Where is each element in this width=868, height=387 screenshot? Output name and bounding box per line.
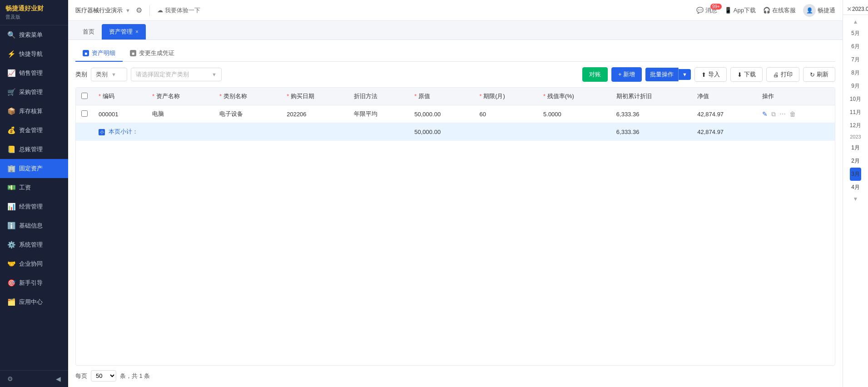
td-subtotal-period bbox=[474, 123, 538, 141]
company-selector[interactable]: 医疗器械行业演示 ▼ bbox=[75, 6, 130, 15]
month-item[interactable]: 5月 bbox=[850, 27, 861, 40]
sidebar-icon-ledger: 📒 bbox=[7, 145, 15, 154]
month-item[interactable]: 6月 bbox=[850, 40, 861, 53]
messages-btn[interactable]: 💬 消息 99+ bbox=[696, 6, 717, 15]
sidebar-label-system: 系统管理 bbox=[19, 241, 43, 249]
batch-btn-arrow[interactable]: ▼ bbox=[679, 69, 691, 80]
sidebar-item-fixed-assets[interactable]: 🏢固定资产 bbox=[0, 159, 68, 178]
sidebar-item-guide[interactable]: 🎯新手引导 bbox=[0, 273, 68, 293]
app-download-label: App下载 bbox=[734, 6, 756, 15]
new-btn[interactable]: + 新增 bbox=[611, 67, 642, 82]
reconcile-btn[interactable]: 对账 bbox=[582, 67, 608, 82]
sidebar-icon-guide: 🎯 bbox=[7, 279, 15, 287]
month-item[interactable]: 3月 bbox=[850, 168, 861, 181]
print-btn[interactable]: 🖨 打印 bbox=[766, 67, 799, 82]
experience-btn[interactable]: ☁ 我要体验一下 bbox=[157, 6, 200, 15]
sidebar-item-search[interactable]: 🔍搜索菜单 bbox=[0, 25, 68, 45]
edit-btn[interactable]: ✎ bbox=[762, 110, 768, 118]
month-item[interactable]: 8月 bbox=[850, 66, 861, 79]
experience-text: 我要体验一下 bbox=[165, 6, 200, 15]
tab-close-icon[interactable]: × bbox=[135, 29, 139, 35]
import-btn[interactable]: ⬆ 导入 bbox=[694, 67, 727, 82]
topbar: 医疗器械行业演示 ▼ ⚙ ☁ 我要体验一下 💬 消息 99+ 📱 App下载 🎧… bbox=[68, 0, 843, 21]
month-item[interactable]: 1月 bbox=[850, 141, 861, 154]
sidebar-item-inventory[interactable]: 📦库存核算 bbox=[0, 102, 68, 121]
sidebar-label-enterprise: 企业协同 bbox=[19, 260, 43, 268]
right-panel-close-icon[interactable]: ✕ bbox=[847, 5, 852, 13]
settings-gear-icon[interactable]: ⚙ bbox=[136, 6, 142, 15]
subtab-change-voucher[interactable]: ■ 变更生成凭证 bbox=[123, 45, 182, 62]
scroll-up-btn[interactable]: ▲ bbox=[843, 17, 868, 27]
sidebar-item-system[interactable]: ⚙️系统管理 bbox=[0, 235, 68, 254]
month-item[interactable]: 11月 bbox=[850, 106, 861, 119]
category-select[interactable]: 类别 ▼ bbox=[91, 68, 127, 81]
table-row: 000001 电脑 电子设备 202206 年限平均 50,000.00 60 … bbox=[76, 105, 835, 123]
scroll-down-btn[interactable]: ▼ bbox=[843, 194, 868, 204]
sidebar-item-enterprise[interactable]: 🤝企业协同 bbox=[0, 254, 68, 273]
sidebar-label-fixed-assets: 固定资产 bbox=[19, 164, 43, 173]
company-name: 医疗器械行业演示 bbox=[75, 6, 123, 15]
right-panel-header: ✕ 2023.03 ⤢ bbox=[843, 4, 868, 15]
th-checkbox bbox=[76, 88, 93, 105]
month-item[interactable]: 9月 bbox=[850, 79, 861, 93]
import-icon: ⬆ bbox=[701, 71, 706, 78]
app-logo-title: 畅捷通好业财 bbox=[5, 5, 44, 13]
sidebar-icon-basic-info: ℹ️ bbox=[7, 222, 15, 230]
more-btn[interactable]: ⋯ bbox=[779, 110, 786, 118]
tab-home[interactable]: 首页 bbox=[75, 24, 102, 40]
download-btn[interactable]: ⬇ 下载 bbox=[730, 67, 763, 82]
subtab-asset-detail[interactable]: ■ 资产明细 bbox=[75, 45, 123, 62]
sidebar-item-quick-nav[interactable]: ⚡快捷导航 bbox=[0, 45, 68, 64]
sidebar-item-basic-info[interactable]: ℹ️基础信息 bbox=[0, 216, 68, 235]
td-subtotal-checkbox bbox=[76, 123, 93, 141]
user-profile-btn[interactable]: 👤 畅捷通 bbox=[803, 4, 835, 17]
month-item[interactable]: 7月 bbox=[850, 53, 861, 66]
tab-asset-mgmt-label: 资产管理 bbox=[109, 28, 133, 36]
refresh-btn[interactable]: ↻ 刷新 bbox=[803, 67, 835, 82]
sidebar-item-operations[interactable]: 📊经营管理 bbox=[0, 197, 68, 216]
collapse-icon[interactable]: ◀ bbox=[56, 375, 61, 382]
sidebar-item-fund[interactable]: 💰资金管理 bbox=[0, 121, 68, 140]
sidebar-label-inventory: 库存核算 bbox=[19, 107, 43, 115]
td-checkbox bbox=[76, 105, 93, 123]
message-icon: 💬 bbox=[696, 7, 704, 14]
sidebar-icon-operations: 📊 bbox=[7, 203, 15, 211]
user-label: 畅捷通 bbox=[818, 6, 835, 15]
row-checkbox[interactable] bbox=[81, 110, 88, 117]
sidebar-icon-purchase: 🛒 bbox=[7, 88, 15, 96]
th-net-value: 净值 bbox=[692, 88, 757, 105]
settings-icon[interactable]: ⚙ bbox=[7, 375, 13, 382]
th-residual-rate: 残值率(%) bbox=[538, 88, 611, 105]
sidebar-item-app-center[interactable]: 🗂️应用中心 bbox=[0, 293, 68, 312]
batch-btn[interactable]: 批量操作 bbox=[645, 68, 679, 81]
tabbar: 首页 资产管理 × bbox=[68, 21, 843, 40]
copy-btn[interactable]: ⧉ bbox=[771, 110, 776, 118]
month-item[interactable]: 10月 bbox=[850, 93, 861, 106]
td-category: 电子设备 bbox=[214, 105, 281, 123]
td-initial-depreciation: 6,333.36 bbox=[611, 105, 692, 123]
sidebar-label-operations: 经营管理 bbox=[19, 203, 43, 211]
month-item[interactable]: 2月 bbox=[850, 154, 861, 168]
delete-btn[interactable]: 🗑 bbox=[789, 110, 796, 118]
sidebar-item-purchase[interactable]: 🛒采购管理 bbox=[0, 83, 68, 102]
sidebar-item-sales[interactable]: 📈销售管理 bbox=[0, 64, 68, 83]
td-subtotal-residual bbox=[538, 123, 611, 141]
sidebar-logo: 畅捷通好业财 普及版 bbox=[0, 0, 68, 25]
month-item[interactable]: 4月 bbox=[850, 181, 861, 194]
td-net-value: 42,874.97 bbox=[692, 105, 757, 123]
sidebar-item-payroll[interactable]: 💵工资 bbox=[0, 178, 68, 197]
per-page-select[interactable]: 50 100 200 bbox=[91, 370, 116, 382]
select-all-checkbox[interactable] bbox=[81, 93, 88, 99]
td-depreciation-method: 年限平均 bbox=[348, 105, 409, 123]
category-label: 类别 bbox=[75, 70, 87, 79]
right-panel: ✕ 2023.03 ⤢ ▲ 5月6月7月8月9月10月11月12月20231月2… bbox=[843, 0, 868, 387]
tab-asset-mgmt[interactable]: 资产管理 × bbox=[102, 24, 146, 40]
sidebar-item-ledger[interactable]: 📒总账管理 bbox=[0, 140, 68, 159]
th-purchase-date: 购买日期 bbox=[281, 88, 348, 105]
category-input[interactable]: 请选择固定资产类别 ▼ bbox=[131, 68, 222, 81]
app-download-btn[interactable]: 📱 App下载 bbox=[724, 6, 756, 15]
online-service-btn[interactable]: 🎧 在线客服 bbox=[763, 6, 796, 15]
sidebar-label-payroll: 工资 bbox=[19, 184, 31, 192]
month-item[interactable]: 12月 bbox=[850, 119, 861, 132]
td-period: 60 bbox=[474, 105, 538, 123]
